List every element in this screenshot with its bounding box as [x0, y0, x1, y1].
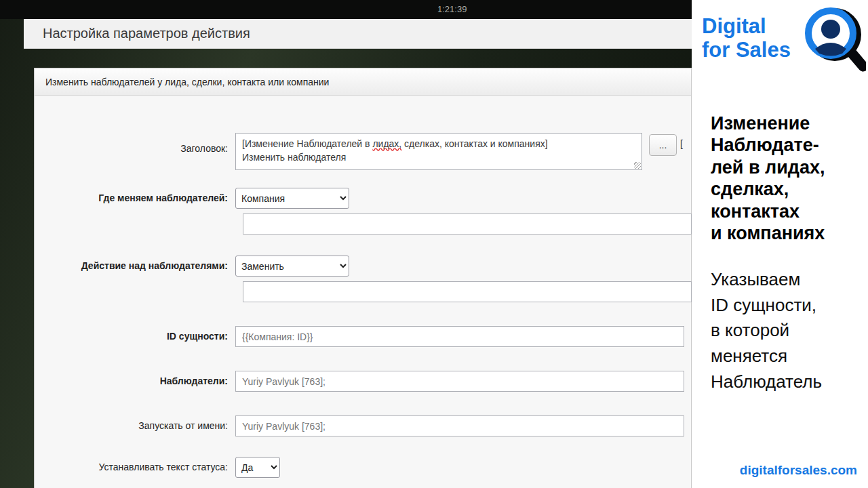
title-line1: [Изменение Наблюдателей в лидах, сделках… [242, 138, 635, 151]
dialog-titlebar: Настройка параметров действия [24, 19, 692, 49]
title-line2: Изменить наблюдателя [242, 151, 635, 165]
title-label: Заголовок: [35, 133, 235, 154]
entity-id-row: ID сущности: [35, 326, 691, 347]
panel-header: Изменить наблюдателей у лида, сделки, ко… [35, 68, 691, 96]
entity-id-label: ID сущности: [35, 326, 235, 342]
observers-row: Наблюдатели: [35, 371, 691, 392]
screen: 1:21:39 Настройка параметров действия Из… [0, 0, 868, 488]
observers-input[interactable] [235, 371, 684, 392]
target-row: Где меняем наблюдателей: Компания [35, 188, 691, 209]
top-bar: 1:21:39 [0, 0, 692, 19]
target-label: Где меняем наблюдателей: [35, 188, 235, 203]
action-row: Действие над наблюдателями: Заменить [35, 256, 691, 277]
panel-header-text: Изменить наблюдателей у лида, сделки, ко… [45, 77, 329, 87]
website-text: digitalforsales.com [740, 463, 857, 478]
action-settings-panel: Изменить наблюдателей у лида, сделки, ко… [34, 68, 692, 488]
brand-name: Digital for Sales [702, 15, 791, 62]
status-text-label: Устанавливать текст статуса: [35, 457, 235, 472]
run-as-input[interactable] [235, 415, 684, 436]
observers-label: Наблюдатели: [35, 371, 235, 386]
title-row: Заголовок: [Изменение Наблюдателей в лид… [35, 133, 691, 170]
sidebar-heading: Изменение Наблюдате- лей в лидах, сделка… [711, 113, 825, 244]
title-line1-misspelled-word: лидах, [372, 138, 401, 149]
sidebar-subtext: Указываем ID сущности, в которой меняетс… [711, 267, 822, 394]
more-button[interactable]: ... [649, 134, 677, 156]
action-label: Действие над наблюдателями: [35, 256, 235, 271]
status-text-select[interactable]: Да [235, 457, 280, 478]
target-extra-input[interactable] [243, 214, 692, 235]
action-select[interactable]: Заменить [235, 256, 349, 277]
video-timestamp: 1:21:39 [437, 4, 467, 14]
dialog-title: Настройка параметров действия [43, 26, 250, 41]
action-extra-input[interactable] [243, 281, 692, 302]
run-as-label: Запускать от имени: [35, 415, 235, 431]
entity-id-input[interactable] [235, 326, 684, 347]
target-select[interactable]: Компания [235, 188, 349, 209]
truncated-bracket-text: [ [680, 133, 683, 149]
title-line1-post: сделках, контактах и компаниях] [401, 138, 547, 149]
resize-grip[interactable] [634, 162, 641, 169]
desktop-background: 1:21:39 Настройка параметров действия Из… [0, 0, 692, 488]
magnifier-face-logo-icon [801, 3, 866, 77]
title-textarea[interactable]: [Изменение Наблюдателей в лидах, сделках… [235, 133, 642, 170]
branding-sidebar: Digital for Sales Изменение Наблюдате- л… [692, 0, 868, 488]
run-as-row: Запускать от имени: [35, 415, 691, 436]
title-line1-pre: [Изменение Наблюдателей в [242, 138, 372, 149]
status-text-row: Устанавливать текст статуса: Да [35, 457, 691, 478]
